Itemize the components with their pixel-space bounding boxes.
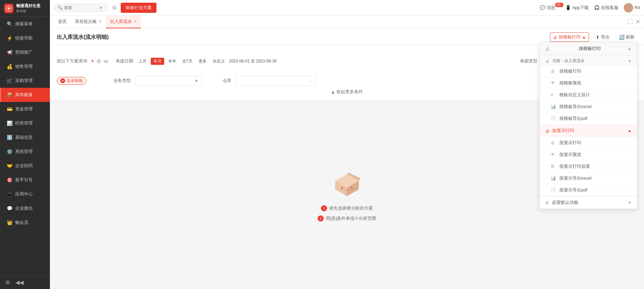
tab-inventory-batch[interactable]: 库存批次账 ✕ xyxy=(71,16,106,28)
svg-point-7 xyxy=(342,186,343,188)
refresh-button[interactable]: 🔄 刷新 xyxy=(616,33,637,42)
date-chip-7days[interactable]: 近7天 xyxy=(180,58,195,65)
app-download-button[interactable]: 📱 App下载 xyxy=(565,5,589,11)
dropdown-header: 🖨 按模板打印 ▲ xyxy=(540,42,637,55)
dropdown-template-custom[interactable]: ✏ 模板自定义设计 xyxy=(540,89,637,101)
template-excel-icon: 📊 xyxy=(551,104,556,109)
template-print-icon: 🖨 xyxy=(551,69,556,74)
add-filter-button[interactable]: + xyxy=(91,58,94,65)
warehouse-group: 仓库 ··· xyxy=(223,76,316,85)
sidebar-item-operations[interactable]: 📊 经营管理 xyxy=(0,116,50,130)
dropdown-template-export-excel[interactable]: 📊 按模板导出excel xyxy=(540,101,637,113)
page-title: 出入库流水(流水明细) xyxy=(57,34,109,41)
template-custom-icon: ✏ xyxy=(551,92,556,98)
message-icon: 💬 xyxy=(540,5,545,10)
page-actions: 🖨 按模板打印 ▲ ⬆ 导出 🔄 刷新 xyxy=(550,32,637,42)
tabs-bar: 首页 库存批次账 ✕ 出入库流水 ✕ ⛶ ✕ xyxy=(50,16,644,28)
date-chip-this-year[interactable]: 本年 xyxy=(166,58,178,65)
collapse-sidebar-icon[interactable]: ◀◀ xyxy=(16,279,24,286)
warehouse-label: 仓库 xyxy=(223,78,231,84)
filter-collapse-icon[interactable]: ≪ xyxy=(103,58,109,64)
tab-home[interactable]: 首页 xyxy=(54,16,71,28)
tab-in-out-flow[interactable]: 出入库流水 ✕ xyxy=(106,16,141,28)
topbar-search-box[interactable]: 🔍 ▼ xyxy=(54,4,108,12)
svg-point-5 xyxy=(340,187,344,189)
sidebar-logo: 畅捷通好生意 标准版 xyxy=(0,0,50,17)
sidebar-item-purchase[interactable]: 🛒 采购管理 xyxy=(0,74,50,88)
maximize-icon[interactable]: ⛶ xyxy=(627,19,633,25)
sidebar-item-sales[interactable]: 💰 销售管理 xyxy=(0,59,50,74)
tab-inventory-batch-close-icon[interactable]: ✕ xyxy=(99,19,102,24)
warehouse-more-icon: ··· xyxy=(309,78,313,83)
display-section-chevron-icon: ▲ xyxy=(627,128,632,133)
tab-in-out-flow-close-icon[interactable]: ✕ xyxy=(134,19,137,24)
collapse-up-icon: ▲ xyxy=(331,89,335,95)
current-template-arrow: ▼ xyxy=(628,59,632,63)
dropdown-display-export-excel[interactable]: 📊 按显示导出excel xyxy=(540,173,637,184)
date-label: 单据日期 xyxy=(116,58,133,64)
sidebar-nav: 🔍 搜索菜单 ⚡ 快捷导航 📢 营销推广 💰 销售管理 🛒 采购管理 📦 库存核… xyxy=(0,17,50,275)
date-chip-more[interactable]: 更多 xyxy=(197,58,209,65)
svg-point-6 xyxy=(350,187,354,189)
business-type-chevron-icon: ▼ xyxy=(194,78,199,83)
sidebar-item-basic[interactable]: ℹ️ 基础信息 xyxy=(0,130,50,144)
dropdown-display-preview[interactable]: 👁 按显示预览 xyxy=(540,149,637,161)
filter-settings-icon[interactable]: ⚙ xyxy=(96,58,101,64)
topbar-gear-icon[interactable]: ⚙ xyxy=(112,4,117,11)
sidebar-bottom: ⚙ ◀◀ xyxy=(0,275,50,289)
sidebar-item-system[interactable]: ⚙️ 系统管理 xyxy=(0,144,50,159)
sidebar-item-wechat[interactable]: 💬 企业微信 xyxy=(0,201,50,215)
finance-icon: 💳 xyxy=(6,106,12,112)
tab-window-close-icon[interactable]: ✕ xyxy=(636,19,640,25)
headset-icon: 🎧 xyxy=(594,5,599,10)
current-template-label: 当前：出入库流水 xyxy=(552,58,585,64)
warehouse-select[interactable]: ··· xyxy=(235,76,316,85)
sidebar-item-marketing[interactable]: 📢 营销推广 xyxy=(0,45,50,59)
dropdown-display-export-pdf[interactable]: 📄 按显示导出pdf xyxy=(540,184,637,196)
sidebar-item-collab[interactable]: 🤝 企业协同 xyxy=(0,159,50,173)
collapse-more-button[interactable]: ▲ 收起更多条件 xyxy=(331,89,363,95)
footer-arrow-icon: ▼ xyxy=(628,201,632,205)
export-button[interactable]: ⬆ 导出 xyxy=(593,33,612,42)
template-pdf-icon: 📄 xyxy=(551,116,556,121)
sidebar-item-quick-nav[interactable]: ⚡ 快捷导航 xyxy=(0,31,50,45)
sidebar-item-finance[interactable]: 💳 资金管理 xyxy=(0,102,50,116)
display-print-section-header[interactable]: 🖨 按显示打印 ▲ xyxy=(540,125,637,137)
filter-date-group: 单据日期 上月 本月 本年 近7天 更多 自定义 2023-06-01 至 20… xyxy=(116,58,277,65)
print-template-button[interactable]: 🖨 按模板打印 ▲ xyxy=(550,32,589,42)
avatar xyxy=(624,3,633,12)
topbar-search-input[interactable] xyxy=(64,5,98,10)
filter-active-tag[interactable]: ● 流水明细 xyxy=(57,77,86,85)
sidebar-item-search[interactable]: 🔍 搜索菜单 xyxy=(0,17,50,31)
empty-tip-1: 1 请先选择要分析的方案 xyxy=(321,205,373,211)
settings-icon[interactable]: ⚙ xyxy=(5,279,10,286)
main-area: 🔍 ▼ ⚙ 体验行业方案 💬 消息 99+ 📱 App下载 🎧 在线客服 xyxy=(50,0,644,289)
sidebar-item-guide[interactable]: 🎯 新手引导 xyxy=(0,173,50,187)
dropdown-template-print[interactable]: 🖨 按模板打印 xyxy=(540,65,637,77)
date-chip-this-month[interactable]: 本月 xyxy=(151,58,164,65)
app-download-icon: 📱 xyxy=(565,5,571,10)
message-button[interactable]: 💬 消息 99+ xyxy=(540,5,560,11)
date-chip-custom[interactable]: 自定义 xyxy=(211,58,227,65)
print-dropdown-panel: 🖨 按模板打印 ▲ 🖨 当前：出入库流水 ▼ 🖨 按模板打印 👁 按模板预览 xyxy=(539,42,637,209)
dropdown-display-settings[interactable]: ⚙ 按显示打印设置 xyxy=(540,161,637,173)
industry-solution-button[interactable]: 体验行业方案 xyxy=(121,3,156,13)
business-type-select[interactable]: ▼ xyxy=(135,76,202,85)
operations-icon: 📊 xyxy=(6,120,12,126)
dropdown-template-preview[interactable]: 👁 按模板预览 xyxy=(540,77,637,89)
sidebar-item-inventory[interactable]: 📦 库存核算 xyxy=(0,88,50,102)
sidebar-item-app[interactable]: 📱 应用中心 xyxy=(0,187,50,201)
sidebar-item-member[interactable]: 👑 畅会员 xyxy=(0,215,50,230)
topbar: 🔍 ▼ ⚙ 体验行业方案 💬 消息 99+ 📱 App下载 🎧 在线客服 xyxy=(50,0,644,16)
online-service-button[interactable]: 🎧 在线客服 xyxy=(594,5,618,11)
dropdown-template-export-pdf[interactable]: 📄 按模板导出pdf xyxy=(540,113,637,125)
dropdown-chevron-up-icon[interactable]: ▲ xyxy=(627,46,632,51)
printer-header-icon: 🖨 xyxy=(545,46,550,51)
display-excel-icon: 📊 xyxy=(551,176,556,181)
date-chip-last-month[interactable]: 上月 xyxy=(137,58,149,65)
filter-label-group: 按以下方案查询 + ⚙ ≪ xyxy=(57,58,109,65)
dropdown-display-print[interactable]: 🖨 按显示打印 xyxy=(540,137,637,149)
system-icon: ⚙️ xyxy=(6,149,12,155)
user-avatar-button[interactable]: Rit xyxy=(624,3,640,12)
dropdown-footer-settings[interactable]: ⚙ 设置默认功能 ▼ xyxy=(540,196,637,209)
